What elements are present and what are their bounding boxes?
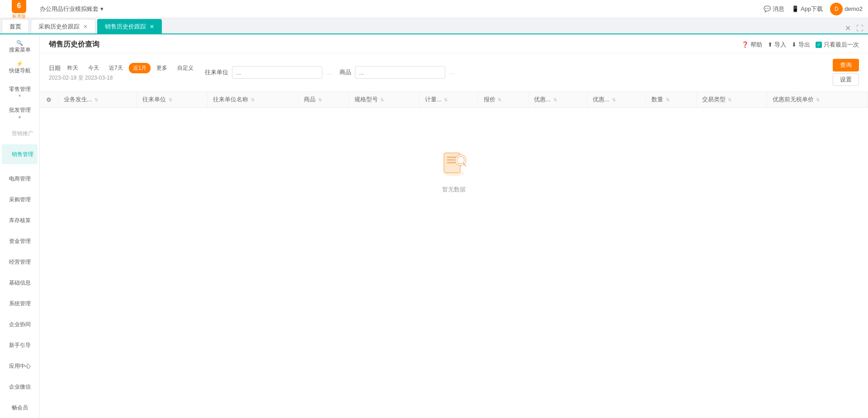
export-icon: ⬇ — [792, 41, 797, 48]
logo-icon: 6 — [12, 0, 26, 13]
tab-purchase-history-close[interactable]: ✕ — [83, 24, 88, 30]
sidebar-item-inventory[interactable]: 库存核算 — [2, 210, 38, 230]
tab-purchase-history-label: 采购历史价跟踪 — [38, 23, 80, 31]
filter-actions: 查询 设置 — [833, 59, 859, 86]
th-price[interactable]: 报价 ⇅ — [478, 92, 528, 108]
th-discount1[interactable]: 优惠... ⇅ — [528, 92, 587, 108]
sidebar-label-sales-mgmt: 销售管理 — [12, 151, 33, 158]
sidebar-item-marketing[interactable]: 营销推广 — [2, 124, 38, 143]
page-title: 销售历史价查询 — [49, 40, 99, 49]
th-partner-name-label: 往来单位名称 — [213, 96, 248, 103]
th-qty[interactable]: 数量 ⇅ — [646, 92, 696, 108]
th-trade-type[interactable]: 交易类型 ⇅ — [696, 92, 767, 108]
username: demo2 — [844, 5, 863, 12]
sidebar-label-finance: 资金管理 — [9, 238, 31, 245]
sidebar-item-finance[interactable]: 资金管理 — [2, 231, 38, 251]
sidebar-item-ecommerce[interactable]: 电商管理 — [2, 169, 38, 189]
app-download-label: App下载 — [801, 5, 823, 13]
page-header-actions: ❓ 帮助 ⬆ 导入 ⬇ 导出 只看最后一次 — [741, 41, 859, 49]
partner-input[interactable] — [232, 66, 322, 79]
th-discount2-label: 优惠... — [593, 96, 609, 103]
sort-partner-code: ⇅ — [169, 97, 172, 102]
gear-icon[interactable]: ⚙ — [46, 96, 52, 103]
only-last-checkbox-wrap[interactable]: 只看最后一次 — [816, 41, 859, 49]
sidebar-label-basic-info: 基础信息 — [9, 279, 31, 287]
import-btn[interactable]: ⬆ 导入 — [768, 41, 786, 49]
wholesale-mgmt-indicator: ▲ — [18, 114, 22, 119]
th-trade-type-label: 交易类型 — [702, 96, 726, 103]
th-partner-name[interactable]: 往来单位名称 ⇅ — [208, 92, 298, 108]
sidebar-item-search-menu[interactable]: 🔍 搜索菜单 — [2, 37, 38, 57]
th-qty-label: 数量 — [651, 96, 663, 103]
tab-purchase-history[interactable]: 采购历史价跟踪 ✕ — [31, 19, 95, 33]
sidebar-item-sales-mgmt[interactable]: 销售管理 — [2, 144, 38, 164]
th-spec[interactable]: 规格型号 ⇅ — [349, 92, 419, 108]
sidebar-item-app-center[interactable]: 应用中心 — [2, 356, 38, 376]
th-unit[interactable]: 计量... ⇅ — [419, 92, 478, 108]
only-last-label: 只看最后一次 — [824, 41, 859, 49]
date-btn-custom[interactable]: 自定义 — [173, 63, 198, 73]
sidebar-label-enterprise-coop: 企业协同 — [9, 321, 31, 328]
date-btn-more[interactable]: 更多 — [152, 63, 171, 73]
th-partner-code[interactable]: 往来单位 ⇅ — [137, 92, 208, 108]
content-area: 销售历史价查询 ❓ 帮助 ⬆ 导入 ⬇ 导出 — [40, 34, 868, 418]
product-dots: ... — [449, 69, 455, 76]
filter-bar: 日期 昨天 今天 近7天 近1月 更多 自定义 2023-02-18 至 202… — [40, 53, 868, 92]
sort-price: ⇅ — [498, 97, 501, 102]
sidebar-item-beginner[interactable]: 新手引导 — [2, 335, 38, 355]
date-btn-1month[interactable]: 近1月 — [129, 63, 151, 73]
sort-qty: ⇅ — [666, 97, 670, 102]
maximize-btn[interactable]: ⛶ — [855, 24, 864, 33]
product-filter-group: 商品 ... — [340, 66, 455, 79]
sidebar-item-system[interactable]: 系统管理 — [2, 294, 38, 314]
sidebar-label-purchase: 采购管理 — [9, 196, 31, 204]
download-icon: 📱 — [792, 5, 799, 12]
empty-state: 暂无数据 — [40, 108, 868, 230]
message-btn[interactable]: 💬 消息 — [764, 5, 784, 13]
date-btn-7days[interactable]: 近7天 — [105, 63, 127, 73]
sort-discount2: ⇅ — [612, 97, 616, 102]
sidebar-label-beginner: 新手引导 — [9, 342, 31, 349]
export-label: 导出 — [798, 41, 810, 49]
sidebar-item-purchase[interactable]: 采购管理 — [2, 190, 38, 209]
sidebar-item-operations[interactable]: 经营管理 — [2, 252, 38, 272]
date-filter-group: 日期 昨天 今天 近7天 近1月 更多 自定义 2023-02-18 至 202… — [49, 63, 198, 82]
sidebar-item-enterprise-coop[interactable]: 企业协同 — [2, 314, 38, 334]
tab-bar: 首页 采购历史价跟踪 ✕ 销售历史价跟踪 ✕ ✕ ⛶ — [0, 18, 868, 34]
quick-nav-icon: ⚡ — [16, 61, 23, 67]
sidebar-item-member[interactable]: 畅会员 — [2, 398, 38, 418]
date-filter-label: 日期 — [49, 64, 61, 72]
tab-home-label: 首页 — [9, 23, 21, 31]
sidebar-item-enterprise-wechat[interactable]: 企业微信 — [2, 377, 38, 397]
product-input[interactable] — [355, 66, 445, 79]
help-btn[interactable]: ❓ 帮助 — [741, 41, 762, 49]
sidebar-item-basic-info[interactable]: 基础信息 — [2, 273, 38, 293]
sidebar-item-quick-nav[interactable]: ⚡ 快捷导航 — [2, 57, 38, 77]
th-gear[interactable]: ⚙ — [40, 92, 58, 108]
query-button[interactable]: 查询 — [833, 59, 859, 71]
partner-dots: ... — [326, 69, 332, 76]
settings-button[interactable]: 设置 — [833, 73, 859, 86]
date-btn-today[interactable]: 今天 — [84, 63, 103, 73]
sidebar-item-retail-mgmt[interactable]: 零售管理 ▾ — [2, 82, 38, 102]
date-btn-yesterday[interactable]: 昨天 — [63, 63, 82, 73]
only-last-checkbox[interactable] — [816, 42, 822, 48]
export-btn[interactable]: ⬇ 导出 — [792, 41, 810, 49]
app-download-btn[interactable]: 📱 App下载 — [792, 5, 823, 13]
sidebar-label-retail-mgmt: 零售管理 — [9, 86, 31, 93]
sidebar-label-ecommerce: 电商管理 — [9, 175, 31, 183]
tab-sales-history-close[interactable]: ✕ — [150, 24, 154, 30]
user-area[interactable]: D demo2 — [830, 3, 863, 15]
empty-text: 暂无数据 — [442, 185, 466, 194]
tab-home[interactable]: 首页 — [2, 19, 29, 33]
partner-filter-group: 往来单位 ... — [205, 66, 332, 79]
tab-sales-history[interactable]: 销售历史价跟踪 ✕ — [97, 19, 162, 33]
th-tax-price[interactable]: 优惠前无税单价 ⇅ — [767, 92, 868, 108]
th-price-label: 报价 — [484, 96, 495, 103]
th-biz-date[interactable]: 业务发生... ⇅ — [58, 92, 137, 108]
account-selector[interactable]: 办公用品行业模拟账套 ▾ — [36, 3, 107, 15]
close-all-btn[interactable]: ✕ — [844, 23, 852, 33]
sidebar-item-wholesale-mgmt[interactable]: 批发管理 ▲ — [2, 103, 38, 123]
th-product[interactable]: 商品 ⇅ — [298, 92, 349, 108]
th-discount2[interactable]: 优惠... ⇅ — [587, 92, 646, 108]
